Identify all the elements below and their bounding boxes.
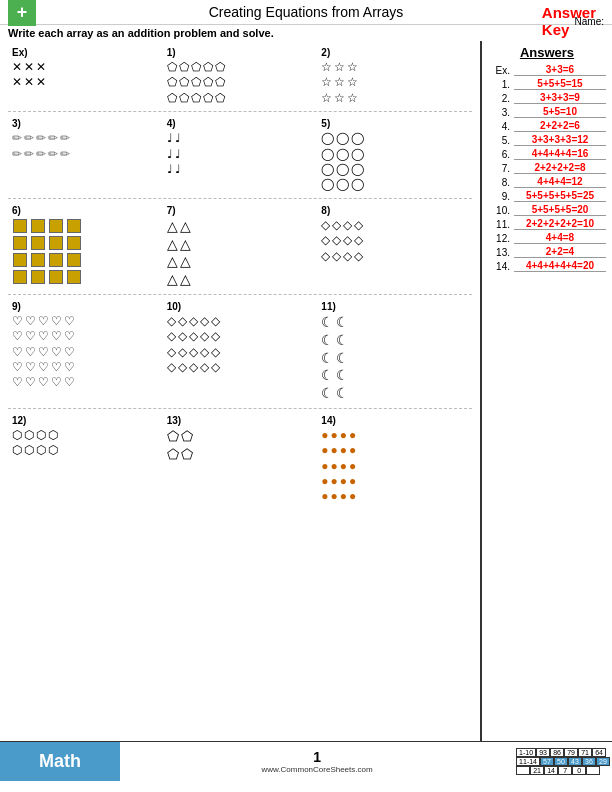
p11-row3: ☾ ☾ [321, 350, 468, 367]
sym: ◇ [189, 314, 198, 328]
sym: ♩ [167, 162, 173, 176]
p9-label: 9) [12, 301, 159, 312]
p11-row1: ☾ ☾ [321, 314, 468, 331]
sym: ● [321, 459, 328, 473]
p14-row3: ● ● ● ● [321, 459, 468, 473]
sym: ☆ [321, 60, 332, 74]
sym: ● [321, 474, 328, 488]
p11-row4: ☾ ☾ [321, 367, 468, 384]
sym: ☾ [336, 332, 349, 349]
stat-row-1: 1-10 93 86 79 71 64 [516, 748, 610, 757]
sym: ⬡ [36, 428, 46, 442]
sym: ● [331, 459, 338, 473]
footer-math-label: Math [0, 742, 120, 781]
sym: ◯ [351, 162, 364, 176]
p9-row2: ♡ ♡ ♡ ♡ ♡ [12, 329, 159, 343]
p6-row2 [12, 235, 159, 251]
sym: ♡ [12, 314, 23, 328]
sym [31, 236, 45, 250]
sym: ♡ [25, 314, 36, 328]
sym: ⬠ [215, 91, 225, 105]
sym: ✏ [12, 147, 22, 161]
p9-row3: ♡ ♡ ♡ ♡ ♡ [12, 345, 159, 359]
sym: ◇ [189, 345, 198, 359]
p12-label: 12) [12, 415, 159, 426]
sym: ◯ [336, 131, 349, 145]
sym: ◇ [343, 249, 352, 263]
sym: ♡ [12, 375, 23, 389]
problem-7: 7) △ △ △ △ △ △ △ △ [163, 203, 318, 290]
sym: ● [340, 459, 347, 473]
p8-row1: ◇ ◇ ◇ ◇ [321, 218, 468, 232]
sym [49, 219, 63, 233]
answer-num: 14. [488, 261, 510, 272]
sym: ♡ [38, 329, 49, 343]
page-title: Creating Equations from Arrays [209, 4, 404, 20]
sym: ✕ [12, 60, 22, 74]
sym: ● [349, 489, 356, 503]
answer-item: 12.4+4=8 [488, 232, 606, 244]
divider-2 [8, 198, 472, 199]
sym: △ [180, 218, 191, 235]
sym: ♡ [12, 329, 23, 343]
sym: ◇ [200, 345, 209, 359]
answer-val: 4+4=8 [514, 232, 606, 244]
sym: △ [167, 271, 178, 288]
sym: ● [349, 459, 356, 473]
sym: ♡ [38, 314, 49, 328]
sym: ◯ [321, 162, 334, 176]
ex-row1: ✕ ✕ ✕ [12, 60, 159, 74]
sym: ⬠ [203, 60, 213, 74]
sym: ◯ [336, 147, 349, 161]
problem-14: 14) ● ● ● ● ● ● ● ● ● [317, 413, 472, 506]
sym: ⬠ [181, 446, 193, 463]
p4-label: 4) [167, 118, 314, 129]
sym: ♡ [51, 345, 62, 359]
sym: ● [321, 489, 328, 503]
sym: ● [340, 428, 347, 442]
p1-row3: ⬠ ⬠ ⬠ ⬠ ⬠ [167, 91, 314, 105]
sym: ☆ [321, 91, 332, 105]
problem-9: 9) ♡ ♡ ♡ ♡ ♡ ♡ ♡ ♡ ♡ ♡ [8, 299, 163, 404]
divider-1 [8, 111, 472, 112]
p14-array: ● ● ● ● ● ● ● ● ● ● ● ● [321, 428, 468, 504]
p14-label: 14) [321, 415, 468, 426]
answer-num: 9. [488, 191, 510, 202]
p11-array: ☾ ☾ ☾ ☾ ☾ ☾ ☾ ☾ [321, 314, 468, 402]
sym: ● [349, 443, 356, 457]
p8-row2: ◇ ◇ ◇ ◇ [321, 233, 468, 247]
sym: ◇ [354, 233, 363, 247]
sym: ✏ [24, 147, 34, 161]
sym: ● [340, 489, 347, 503]
answer-item: 10.5+5+5+5=20 [488, 204, 606, 216]
problem-12: 12) ⬡ ⬡ ⬡ ⬡ ⬡ ⬡ ⬡ ⬡ [8, 413, 163, 506]
p7-row2: △ △ [167, 236, 314, 253]
answer-item: Ex.3+3=6 [488, 64, 606, 76]
p3-label: 3) [12, 118, 159, 129]
answer-item: 2.3+3+3=9 [488, 92, 606, 104]
sym: ● [321, 428, 328, 442]
sym: ◇ [189, 360, 198, 374]
sym: ◇ [343, 233, 352, 247]
sym: ◇ [211, 329, 220, 343]
p13-row1: ⬠ ⬠ [167, 428, 314, 445]
problems-row-2: 3) ✏ ✏ ✏ ✏ ✏ ✏ ✏ ✏ ✏ ✏ [8, 116, 472, 194]
sym: ⬡ [48, 443, 58, 457]
answer-num: 3. [488, 107, 510, 118]
answers-title: Answers [488, 45, 606, 60]
p12-array: ⬡ ⬡ ⬡ ⬡ ⬡ ⬡ ⬡ ⬡ [12, 428, 159, 458]
sym: △ [167, 253, 178, 270]
p9-row4: ♡ ♡ ♡ ♡ ♡ [12, 360, 159, 374]
p5-row4: ◯ ◯ ◯ [321, 177, 468, 191]
sym: ◇ [332, 233, 341, 247]
answer-val: 4+4+4+4+4=20 [514, 260, 606, 272]
ex-array: ✕ ✕ ✕ ✕ ✕ ✕ [12, 60, 159, 90]
sym: △ [180, 271, 191, 288]
sym: ♡ [38, 375, 49, 389]
sym: ✏ [36, 131, 46, 145]
sym: ◯ [321, 177, 334, 191]
p5-row3: ◯ ◯ ◯ [321, 162, 468, 176]
sym: ⬠ [191, 75, 201, 89]
answer-num: 12. [488, 233, 510, 244]
sym: ◇ [167, 345, 176, 359]
